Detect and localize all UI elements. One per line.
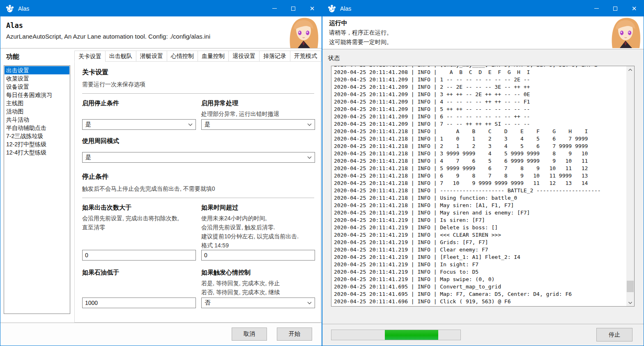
avatar bbox=[610, 17, 641, 48]
start-button[interactable]: 开始 bbox=[277, 328, 312, 341]
settings-body: 功能 出击设置收菜设置设备设置每日任务困难演习主线图活动图共斗活动半自动辅助点击… bbox=[0, 48, 322, 323]
chevron-down-icon bbox=[188, 123, 193, 126]
status-label: 状态 bbox=[328, 55, 644, 62]
sidebar-item[interactable]: 主线图 bbox=[5, 99, 69, 107]
sidebar-item[interactable]: 12-2打中型练级 bbox=[5, 140, 69, 148]
if-count-input[interactable] bbox=[82, 250, 196, 261]
if-time-input[interactable] bbox=[201, 250, 315, 261]
avatar bbox=[288, 17, 319, 48]
field-desc: 使用未来24小时内的时间, 会沿用先前设置, 触发后清零. 建议提前10分钟左右… bbox=[201, 214, 315, 250]
progress-fill bbox=[385, 330, 438, 340]
sidebar-item[interactable]: 7-2三战拣垃圾 bbox=[5, 132, 69, 140]
form-row: 如果石油低于 如果触发心情控制 若是, 等待回复, 完成本次, 停止 若否, 等… bbox=[82, 269, 314, 308]
close-icon: ✕ bbox=[632, 5, 637, 12]
titlebar[interactable]: Alas ✕ bbox=[0, 0, 322, 16]
section-title: 停止条件 bbox=[82, 173, 314, 181]
close-button[interactable]: ✕ bbox=[625, 0, 644, 16]
sidebar-item[interactable]: 共斗活动 bbox=[5, 115, 69, 124]
cancel-button[interactable]: 取消 bbox=[232, 328, 267, 341]
chevron-down-icon bbox=[307, 156, 312, 159]
combobox-value: 是 bbox=[85, 121, 188, 128]
progress-bar bbox=[331, 330, 461, 340]
scrollbar[interactable] bbox=[626, 66, 634, 306]
run-desc-2: 这可能将需要一定时间。 bbox=[329, 39, 644, 46]
if-emotion-combobox[interactable]: 否 bbox=[201, 298, 315, 308]
field-desc bbox=[82, 109, 196, 119]
sidebar-item[interactable]: 活动图 bbox=[5, 107, 69, 115]
tab[interactable]: 退役设置 bbox=[228, 51, 260, 62]
maximize-button[interactable] bbox=[606, 0, 625, 16]
sidebar-item[interactable]: 半自动辅助点击 bbox=[5, 124, 69, 132]
stop-button[interactable]: 停止 bbox=[596, 328, 632, 341]
maximize-icon bbox=[291, 7, 295, 11]
field-desc bbox=[82, 147, 315, 152]
sidebar-item[interactable]: 设备设置 bbox=[5, 83, 69, 91]
field-desc: 处理部分异常, 运行出错时撤退 bbox=[201, 109, 315, 119]
scroll-up-icon[interactable] bbox=[626, 66, 634, 73]
field-desc: 若是, 等待回复, 完成本次, 停止 若否, 等待回复, 完成本次, 继续 bbox=[201, 279, 315, 298]
sidebar-item[interactable]: 出击设置 bbox=[5, 66, 69, 74]
section-desc: 需要运行一次来保存选项 bbox=[82, 81, 314, 88]
run-footer: 停止 bbox=[322, 324, 644, 346]
sidebar-item[interactable]: 12-4打大型练级 bbox=[5, 148, 69, 157]
run-desc-1: 请稍等，程序正在运行。 bbox=[329, 29, 644, 37]
sidebar-heading: 功能 bbox=[6, 53, 74, 61]
combobox-value: 否 bbox=[205, 299, 307, 307]
stop-enable-combobox[interactable]: 是 bbox=[82, 119, 196, 130]
field-label: 如果时间超过 bbox=[201, 204, 315, 214]
field-label: 使用周回模式 bbox=[82, 137, 315, 147]
minimize-button[interactable] bbox=[265, 0, 284, 16]
settings-panel: 关卡设置 需要运行一次来保存选项 启用停止条件 是 bbox=[74, 61, 321, 323]
minimize-icon bbox=[272, 8, 277, 9]
app-logo-icon bbox=[5, 4, 14, 13]
log-box[interactable]: 2020-04-25 20:11:41.208 | INFO | [enemy_… bbox=[331, 66, 635, 307]
field-label: 如果触发心情控制 bbox=[201, 269, 315, 279]
if-oil-input[interactable] bbox=[82, 298, 196, 308]
minimize-icon bbox=[594, 8, 599, 9]
close-icon: ✕ bbox=[310, 5, 315, 12]
status-area: 状态 2020-04-25 20:11:41.208 | INFO | [ene… bbox=[322, 49, 644, 324]
tab[interactable]: 潜艇设置 bbox=[136, 51, 167, 62]
tab[interactable]: 血量控制 bbox=[198, 51, 229, 62]
sidebar-item[interactable]: 收菜设置 bbox=[5, 74, 69, 83]
field-desc: 会沿用先前设置, 完成出击将扣除次数, 直至清零 bbox=[82, 214, 196, 250]
tab-bar[interactable]: 关卡设置出击舰队潜艇设置心情控制血量控制退役设置掉落记录开荒模式 bbox=[74, 51, 321, 62]
form-row: 如果出击次数大于 会沿用先前设置, 完成出击将扣除次数, 直至清零 如果时间超过… bbox=[82, 204, 314, 261]
tab[interactable]: 掉落记录 bbox=[259, 51, 290, 62]
run-title: 运行中 bbox=[329, 19, 644, 27]
app-logo-icon bbox=[327, 4, 336, 13]
chevron-down-icon bbox=[307, 302, 312, 304]
field-label: 启用异常处理 bbox=[201, 99, 315, 109]
run-header: 运行中 请稍等，程序正在运行。 这可能将需要一定时间。 bbox=[322, 16, 644, 49]
sidebar: 功能 出击设置收菜设置设备设置每日任务困难演习主线图活动图共斗活动半自动辅助点击… bbox=[0, 48, 74, 323]
divider bbox=[82, 198, 314, 198]
window-settings: Alas ✕ Alas AzurLaneAutoScript, An Azur … bbox=[0, 0, 322, 346]
maximize-icon bbox=[613, 7, 617, 11]
window-title: Alas bbox=[340, 5, 587, 12]
field-desc bbox=[82, 279, 196, 298]
loop-mode-combobox[interactable]: 是 bbox=[82, 152, 315, 163]
combobox-value: 是 bbox=[85, 154, 307, 161]
sidebar-item[interactable]: 每日任务困难演习 bbox=[5, 91, 69, 99]
app-title: Alas bbox=[6, 21, 322, 30]
scroll-down-icon[interactable] bbox=[626, 299, 634, 306]
maximize-button[interactable] bbox=[284, 0, 303, 16]
content-column: 关卡设置出击舰队潜艇设置心情控制血量控制退役设置掉落记录开荒模式 关卡设置 需要… bbox=[74, 48, 322, 323]
section-desc: 触发后不会马上停止会先完成当前出击, 不需要就填0 bbox=[82, 185, 314, 193]
tab[interactable]: 关卡设置 bbox=[74, 51, 106, 62]
tab[interactable]: 开荒模式 bbox=[290, 51, 321, 62]
exception-combobox[interactable]: 是 bbox=[201, 119, 315, 130]
scroll-thumb[interactable] bbox=[627, 281, 634, 292]
minimize-button[interactable] bbox=[587, 0, 606, 16]
function-list[interactable]: 出击设置收菜设置设备设置每日任务困难演习主线图活动图共斗活动半自动辅助点击7-2… bbox=[4, 65, 70, 314]
close-button[interactable]: ✕ bbox=[303, 0, 322, 16]
tab[interactable]: 出击舰队 bbox=[105, 51, 136, 62]
chevron-down-icon bbox=[307, 123, 312, 126]
window-runner: Alas ✕ 运行中 请稍等，程序正在运行。 这可能将需要一定时间。 bbox=[322, 0, 644, 346]
settings-footer: 取消 开始 bbox=[0, 323, 322, 346]
form-row: 使用周回模式 是 bbox=[82, 137, 314, 163]
tab[interactable]: 心情控制 bbox=[167, 51, 198, 62]
titlebar[interactable]: Alas ✕ bbox=[322, 0, 644, 16]
desktop: Alas ✕ Alas AzurLaneAutoScript, An Azur … bbox=[0, 0, 644, 346]
field-label: 如果出击次数大于 bbox=[82, 204, 196, 214]
